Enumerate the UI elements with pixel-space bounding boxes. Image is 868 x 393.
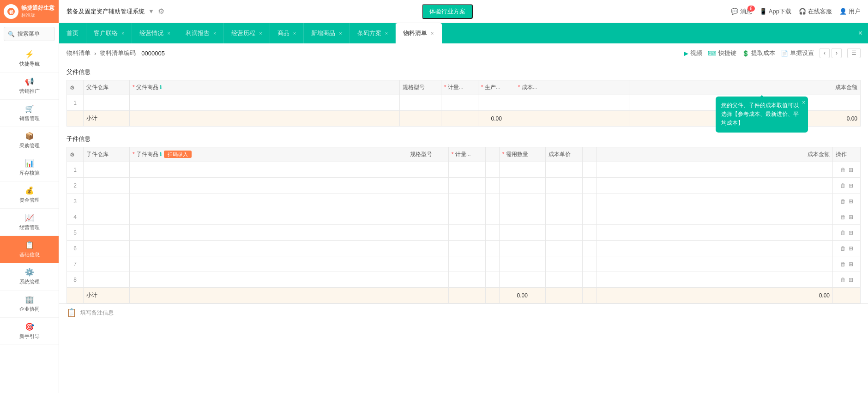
child-amount-cell[interactable] [596,272,832,288]
copy-icon[interactable]: ⊞ [849,261,853,267]
note-label[interactable]: 填写备注信息 [80,309,114,317]
sidebar-item-enterprise[interactable]: 🏢 企业协同 [0,290,59,318]
parent-unit-cell[interactable] [441,95,478,111]
delete-icon[interactable]: 🗑 [840,245,846,252]
shortcut-button[interactable]: ⌨ 快捷键 [708,49,736,57]
sidebar-item-operations[interactable]: 📈 经营管理 [0,209,59,236]
child-unitcost-cell[interactable] [545,178,582,193]
message-button[interactable]: 💬 消息 6 [731,7,752,16]
child-unitcost-cell[interactable] [545,256,582,272]
child-warehouse-cell[interactable] [84,162,130,178]
copy-icon[interactable]: ⊞ [849,214,853,220]
parent-warehouse-cell[interactable] [84,95,130,111]
scan-button[interactable]: 扫码录入 [164,151,192,158]
view-button[interactable]: ▶ 视频 [684,49,702,57]
child-th-settings[interactable]: ⚙ [67,147,84,162]
child-product-cell[interactable] [130,256,407,272]
child-amount-cell[interactable] [596,162,832,178]
child-unit-cell[interactable] [448,256,485,272]
child-product-cell[interactable] [130,193,407,209]
online-service-button[interactable]: 🎧 在线客服 [799,7,832,16]
child-product-cell[interactable] [130,225,407,241]
child-amount-cell[interactable] [596,178,832,193]
child-spec-cell[interactable] [407,225,448,241]
child-unit-cell[interactable] [448,193,485,209]
copy-icon[interactable]: ⊞ [849,230,853,236]
child-product-cell[interactable] [130,272,407,288]
child-qty-cell[interactable] [499,209,545,225]
tab-customer[interactable]: 客户联络 × [86,23,132,43]
delete-icon[interactable]: 🗑 [840,198,846,205]
tab-new-goods[interactable]: 新增商品 × [304,23,350,43]
child-spec-cell[interactable] [407,256,448,272]
child-warehouse-cell[interactable] [84,209,130,225]
sidebar-item-system[interactable]: ⚙️ 系统管理 [0,263,59,290]
child-unit-cell[interactable] [448,178,485,193]
breadcrumb-item1[interactable]: 物料清单 [66,49,90,57]
child-unitcost-cell[interactable] [545,272,582,288]
child-spec-cell[interactable] [407,162,448,178]
child-spec-cell[interactable] [407,241,448,256]
delete-icon[interactable]: 🗑 [840,214,846,220]
child-qty-cell[interactable] [499,193,545,209]
child-product-cell[interactable] [130,162,407,178]
tab-home[interactable]: 首页 [59,23,86,43]
tab-close-all[interactable]: × [853,29,868,37]
note-icon[interactable]: 📋 [66,308,77,318]
child-qty-cell[interactable] [499,225,545,241]
parent-production-cell[interactable] [478,95,515,111]
child-amount-cell[interactable] [596,225,832,241]
parent-spec-cell[interactable] [399,95,441,111]
copy-icon[interactable]: ⊞ [849,182,853,189]
child-unit-cell[interactable] [448,225,485,241]
tab-profit-close[interactable]: × [213,30,216,36]
child-unit-cell[interactable] [448,241,485,256]
child-product-cell[interactable] [130,178,407,193]
delete-icon[interactable]: 🗑 [840,167,846,173]
child-spec-cell[interactable] [407,178,448,193]
child-unitcost-cell[interactable] [545,193,582,209]
search-menu-button[interactable]: 🔍 搜索菜单 [4,27,55,41]
child-amount-cell[interactable] [596,209,832,225]
child-qty-cell[interactable] [499,162,545,178]
sidebar-item-inventory[interactable]: 📊 库存核算 [0,154,59,181]
prev-button[interactable]: ‹ [820,48,830,58]
tab-bom-close[interactable]: × [431,30,434,36]
delete-icon[interactable]: 🗑 [840,277,846,283]
tab-history[interactable]: 经营历程 × [224,23,270,43]
child-qty-cell[interactable] [499,241,545,256]
tab-barcode-close[interactable]: × [385,30,388,36]
child-spec-cell[interactable] [407,272,448,288]
tab-customer-close[interactable]: × [121,30,124,36]
child-spec-cell[interactable] [407,209,448,225]
tab-business-close[interactable]: × [167,30,170,36]
child-unit-cell[interactable] [448,162,485,178]
user-avatar[interactable]: 👤 用户 [839,7,861,16]
trial-button[interactable]: 体验行业方案 [422,4,473,19]
copy-icon[interactable]: ⊞ [849,198,853,205]
tab-goods[interactable]: 商品 × [270,23,304,43]
child-product-cell[interactable] [130,209,407,225]
tab-barcode[interactable]: 条码方案 × [350,23,396,43]
child-unitcost-cell[interactable] [545,241,582,256]
sidebar-item-quick-nav[interactable]: ⚡ 快捷导航 [0,45,59,73]
child-unit-cell[interactable] [448,209,485,225]
child-product-cell[interactable] [130,241,407,256]
sidebar-item-guide[interactable]: 🎯 新手引导 [0,318,59,345]
child-warehouse-cell[interactable] [84,241,130,256]
next-button[interactable]: › [832,48,842,58]
child-unitcost-cell[interactable] [545,225,582,241]
tab-business[interactable]: 经营情况 × [132,23,178,43]
child-unit-cell[interactable] [448,272,485,288]
child-unitcost-cell[interactable] [545,209,582,225]
child-warehouse-cell[interactable] [84,225,130,241]
child-qty-cell[interactable] [499,256,545,272]
copy-icon[interactable]: ⊞ [849,167,853,173]
settings-icon[interactable]: ⚙ [158,7,164,16]
child-qty-cell[interactable] [499,178,545,193]
menu-button[interactable]: ☰ [847,48,861,58]
sidebar-item-sales[interactable]: 🛒 销售管理 [0,100,59,127]
delete-icon[interactable]: 🗑 [840,182,846,189]
extract-cost-button[interactable]: 💲 提取成本 [742,49,775,57]
parent-cost-cell[interactable] [515,95,552,111]
